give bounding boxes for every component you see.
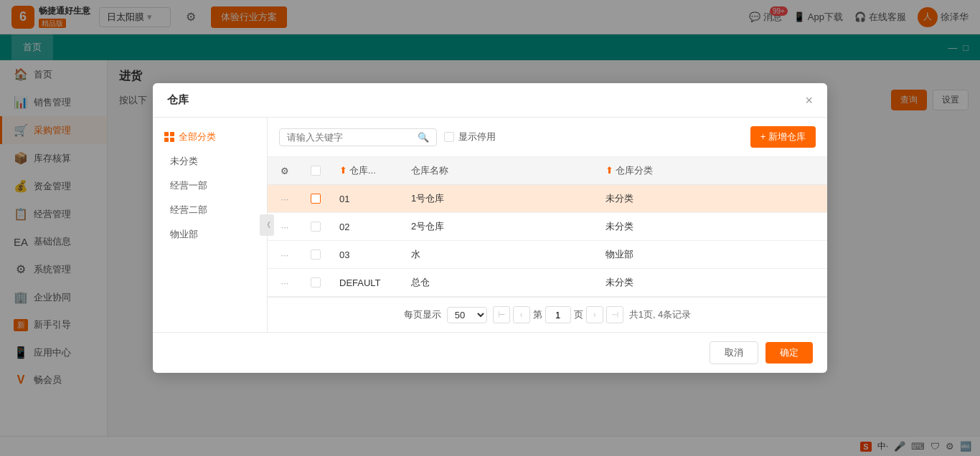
row-category: 未分类	[597, 269, 827, 297]
row-action[interactable]: ···	[268, 185, 302, 213]
category-panel: 《 全部分类 未分类 经营一部 经营二部 物业部	[153, 118, 268, 332]
category-item-ops2[interactable]: 经营二部	[153, 198, 267, 222]
page-size-select[interactable]: 501020100	[447, 307, 487, 323]
row-action[interactable]: ···	[268, 269, 302, 297]
row-code: 02	[331, 213, 402, 241]
search-input-wrap: 🔍	[279, 128, 437, 146]
select-all-checkbox[interactable]	[311, 166, 321, 176]
modal-title: 仓库	[167, 93, 189, 107]
row-checkbox-cell[interactable]	[302, 185, 331, 213]
category-all-label: 全部分类	[179, 130, 216, 143]
row-checkbox-cell[interactable]	[302, 213, 331, 241]
page-input[interactable]	[545, 306, 571, 323]
row-code: 03	[331, 241, 402, 269]
right-panel: 🔍 显示停用 + 新增仓库 ⚙	[268, 118, 827, 332]
collapse-button[interactable]: 《	[260, 214, 274, 236]
search-bar: 🔍 显示停用 + 新增仓库	[268, 118, 827, 157]
modal-overlay: 仓库 × 《 全部分类 未分类 经营一部 经营二部 物业部	[0, 0, 980, 456]
page-nav: ⊢ ‹ 第 页 › ⊣	[493, 306, 623, 323]
row-category: 物业部	[597, 241, 827, 269]
row-checkbox[interactable]	[311, 194, 321, 204]
row-checkbox-cell[interactable]	[302, 269, 331, 297]
modal-header: 仓库 ×	[153, 83, 827, 118]
page-unit: 页	[574, 308, 583, 321]
th-code: ⬆仓库...	[331, 157, 402, 185]
add-warehouse-button[interactable]: + 新增仓库	[750, 126, 816, 148]
row-name: 总仓	[402, 269, 597, 297]
grid-icon	[164, 132, 174, 142]
confirm-button[interactable]: 确定	[765, 342, 813, 364]
category-all[interactable]: 全部分类	[153, 125, 267, 149]
row-checkbox[interactable]	[311, 250, 321, 260]
th-settings: ⚙	[268, 157, 302, 185]
warehouse-modal: 仓库 × 《 全部分类 未分类 经营一部 经营二部 物业部	[153, 83, 827, 373]
category-item-property[interactable]: 物业部	[153, 222, 267, 247]
modal-close-button[interactable]: ×	[805, 94, 813, 107]
row-code: DEFAULT	[331, 269, 402, 297]
table-wrap: ⚙ ⬆仓库... 仓库名称 ⬆仓库分类 ··· 01 1号仓库 未分	[268, 157, 827, 297]
show-disabled-label: 显示停用	[458, 130, 496, 143]
row-category: 未分类	[597, 185, 827, 213]
row-category: 未分类	[597, 213, 827, 241]
table-header-row: ⚙ ⬆仓库... 仓库名称 ⬆仓库分类	[268, 157, 827, 185]
table-row[interactable]: ··· 01 1号仓库 未分类	[268, 185, 827, 213]
warehouse-table: ⚙ ⬆仓库... 仓库名称 ⬆仓库分类 ··· 01 1号仓库 未分	[268, 157, 827, 297]
category-item-unclassified[interactable]: 未分类	[153, 149, 267, 174]
row-name: 1号仓库	[402, 185, 597, 213]
row-code: 01	[331, 185, 402, 213]
category-item-ops1[interactable]: 经营一部	[153, 174, 267, 198]
row-name: 水	[402, 241, 597, 269]
first-page-button[interactable]: ⊢	[493, 306, 510, 323]
show-disabled-area: 显示停用	[444, 130, 496, 143]
total-info: 共1页, 4条记录	[629, 308, 692, 321]
search-input[interactable]	[287, 132, 413, 143]
search-icon: 🔍	[418, 132, 429, 143]
table-row[interactable]: ··· 03 水 物业部	[268, 241, 827, 269]
show-disabled-checkbox[interactable]	[444, 132, 454, 142]
row-checkbox[interactable]	[311, 277, 321, 288]
modal-body: 《 全部分类 未分类 经营一部 经营二部 物业部	[153, 118, 827, 332]
page-size-label: 每页显示	[404, 308, 441, 321]
page-label: 第	[533, 308, 542, 321]
row-checkbox[interactable]	[311, 222, 321, 232]
cancel-button[interactable]: 取消	[710, 341, 758, 364]
th-category: ⬆仓库分类	[597, 157, 827, 185]
sort-icon-cat: ⬆	[606, 165, 613, 176]
table-row[interactable]: ··· DEFAULT 总仓 未分类	[268, 269, 827, 297]
pagination: 每页显示 501020100 ⊢ ‹ 第 页 › ⊣ 共1页, 4条记录	[268, 297, 827, 332]
row-name: 2号仓库	[402, 213, 597, 241]
th-checkbox	[302, 157, 331, 185]
next-page-button[interactable]: ›	[586, 306, 603, 323]
last-page-button[interactable]: ⊣	[606, 306, 623, 323]
th-name: 仓库名称	[402, 157, 597, 185]
row-action[interactable]: ···	[268, 241, 302, 269]
modal-footer: 取消 确定	[153, 332, 827, 373]
prev-page-button[interactable]: ‹	[513, 306, 530, 323]
sort-icon: ⬆	[339, 165, 347, 176]
table-row[interactable]: ··· 02 2号仓库 未分类	[268, 213, 827, 241]
row-checkbox-cell[interactable]	[302, 241, 331, 269]
